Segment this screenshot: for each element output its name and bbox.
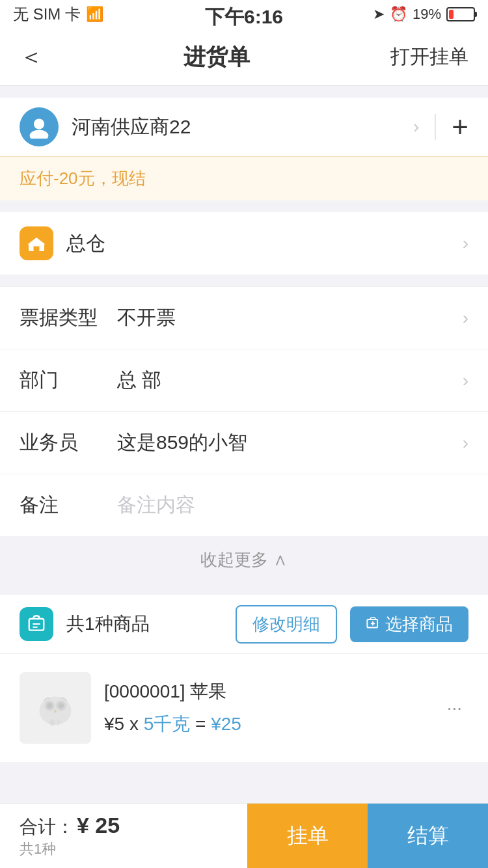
- department-row[interactable]: 部门 总 部 ›: [0, 349, 488, 411]
- footer-total-amount: ¥ 25: [77, 813, 120, 838]
- add-supplier-button[interactable]: +: [452, 111, 468, 143]
- product-name: [0000001] 苹果: [104, 679, 427, 704]
- select-product-button[interactable]: 选择商品: [350, 606, 468, 642]
- wifi-icon: 📶: [86, 6, 103, 23]
- svg-point-15: [58, 703, 64, 709]
- edit-detail-button[interactable]: 修改明细: [236, 605, 337, 644]
- svg-point-14: [47, 703, 53, 709]
- supplier-row[interactable]: 河南供应商22 › +: [0, 98, 488, 156]
- supplier-chevron-icon: ›: [413, 116, 419, 137]
- footer-total-sub: 共1种: [20, 839, 228, 859]
- supplier-divider: [435, 114, 436, 140]
- nav-bar: ＜ 进货单 打开挂单: [0, 29, 488, 86]
- status-time: 下午6:16: [205, 4, 283, 31]
- warehouse-chevron-icon: ›: [463, 233, 468, 254]
- invoice-type-value: 不开票: [117, 305, 463, 331]
- supplier-avatar: [20, 107, 59, 146]
- footer: 合计： ¥ 25 共1种 挂单 结算: [0, 803, 488, 868]
- salesperson-chevron-icon: ›: [463, 433, 468, 454]
- footer-total-label: 合计：: [20, 815, 74, 839]
- warehouse-icon: [20, 226, 53, 260]
- pending-button[interactable]: 挂单: [247, 804, 368, 868]
- section-gap-1: [0, 86, 488, 98]
- location-icon: ➤: [373, 6, 385, 23]
- invoice-type-label: 票据类型: [20, 305, 104, 331]
- battery-icon: [446, 7, 475, 21]
- section-gap-3: [0, 275, 488, 286]
- battery-percent: 19%: [413, 6, 441, 23]
- carrier-text: 无 SIM 卡: [13, 4, 81, 25]
- product-unit-price: ¥5: [104, 714, 124, 734]
- products-card: 共1种商品 修改明细 选择商品 睿十: [0, 595, 488, 762]
- invoice-type-chevron-icon: ›: [463, 308, 468, 329]
- warehouse-card: 总仓 ›: [0, 212, 488, 275]
- department-label: 部门: [20, 367, 104, 394]
- product-code: [0000001]: [104, 681, 185, 701]
- product-item: 睿十 [0000001] 苹果 ¥5 x 5千克 = ¥25 ···: [0, 653, 488, 762]
- svg-point-0: [34, 118, 44, 129]
- product-equals: =: [195, 714, 211, 734]
- form-card: 票据类型 不开票 › 部门 总 部 › 业务员 这是859的小智 › 备注 备注…: [0, 286, 488, 536]
- collapse-toggle[interactable]: 收起更多 ∧: [0, 536, 488, 583]
- section-gap-4: [0, 583, 488, 595]
- product-more-button[interactable]: ···: [441, 691, 468, 725]
- warning-banner: 应付-20元，现结: [0, 156, 488, 200]
- product-thumbnail: 睿十: [20, 672, 91, 744]
- svg-point-1: [30, 130, 49, 139]
- product-quantity: 5千克: [144, 714, 191, 734]
- page-title: 进货单: [183, 42, 250, 72]
- select-product-label: 选择商品: [385, 613, 453, 636]
- warehouse-row[interactable]: 总仓 ›: [0, 212, 488, 275]
- product-multiply: x: [129, 714, 144, 734]
- products-count: 共1种商品: [66, 612, 223, 636]
- status-bar: 无 SIM 卡 📶 下午6:16 ➤ ⏰ 19%: [0, 0, 488, 29]
- collapse-label: 收起更多 ∧: [200, 549, 287, 571]
- warehouse-name: 总仓: [66, 230, 463, 257]
- department-chevron-icon: ›: [463, 370, 468, 391]
- footer-total-row: 合计： ¥ 25: [20, 813, 228, 839]
- footer-total: 合计： ¥ 25 共1种: [0, 804, 247, 868]
- products-header: 共1种商品 修改明细 选择商品: [0, 595, 488, 653]
- svg-text:睿十: 睿十: [49, 719, 62, 726]
- status-right: ➤ ⏰ 19%: [373, 6, 475, 23]
- open-pending-button[interactable]: 打开挂单: [390, 44, 468, 70]
- department-value: 总 部: [117, 367, 463, 394]
- section-gap-2: [0, 200, 488, 212]
- status-left: 无 SIM 卡 📶: [13, 4, 103, 25]
- products-icon: [20, 607, 53, 641]
- product-title-text: 苹果: [190, 681, 226, 701]
- product-price: ¥5 x 5千克 = ¥25: [104, 712, 427, 737]
- svg-rect-4: [34, 247, 40, 252]
- settle-button[interactable]: 结算: [368, 804, 488, 868]
- svg-marker-3: [28, 237, 46, 245]
- supplier-name: 河南供应商22: [72, 114, 413, 141]
- remark-placeholder: 备注内容: [117, 492, 468, 519]
- remark-label: 备注: [20, 492, 104, 519]
- supplier-card: 河南供应商22 › + 应付-20元，现结: [0, 98, 488, 200]
- salesperson-label: 业务员: [20, 429, 104, 456]
- product-info: [0000001] 苹果 ¥5 x 5千克 = ¥25: [104, 679, 427, 737]
- invoice-type-row[interactable]: 票据类型 不开票 ›: [0, 286, 488, 349]
- back-button[interactable]: ＜: [20, 41, 43, 73]
- remark-row[interactable]: 备注 备注内容: [0, 474, 488, 536]
- salesperson-row[interactable]: 业务员 这是859的小智 ›: [0, 411, 488, 474]
- salesperson-value: 这是859的小智: [117, 429, 463, 456]
- product-total: ¥25: [211, 714, 241, 734]
- alarm-icon: ⏰: [390, 6, 407, 23]
